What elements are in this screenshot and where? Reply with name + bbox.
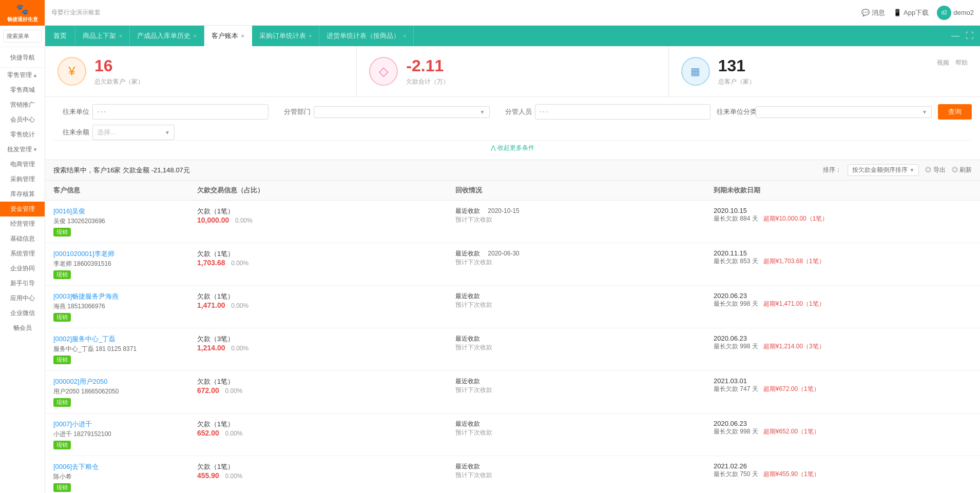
debt-amount-row: 1,471.00 0.00% [197, 301, 455, 309]
search-menu-button[interactable]: 搜索菜单 [3, 30, 42, 43]
sidebar-item-basic-info[interactable]: 基础信息 [0, 231, 45, 246]
tab-home[interactable]: 首页 [45, 26, 75, 46]
collapse-bar[interactable]: ⋀ 收起更多条件 [53, 140, 972, 155]
sidebar-item-ecommerce[interactable]: 电商管理 [0, 157, 45, 172]
customer-id-link[interactable]: [0006]去下粮仓 [53, 462, 197, 471]
results-summary: 搜索结果中，客户16家 欠款金额 -21,148.07元 [53, 166, 190, 175]
balance-select[interactable]: 选择... ▼ [92, 125, 175, 140]
debt-info-cell: 欠款（1笔） 455.90 0.00% [197, 462, 455, 480]
tab-customer-account[interactable]: 客户账本 × [204, 26, 252, 46]
sidebar-item-members[interactable]: 会员中心 [0, 112, 45, 127]
col-customer-info: 客户信息 [53, 186, 197, 195]
sidebar-item-wechat[interactable]: 企业微信 [0, 306, 45, 321]
debt-percent: 0.00% [225, 472, 242, 480]
sidebar-item-collab[interactable]: 企业协同 [0, 261, 45, 276]
unit-category-select[interactable]: ▼ [756, 106, 932, 118]
sidebar-item-finance[interactable]: 资金管理 [0, 202, 45, 216]
overdue-amount-link[interactable]: 超期¥10,000.00（1笔） [763, 215, 829, 222]
customer-info-cell: [0003]畅捷服务尹海燕 海燕 18513066976 现销 [53, 292, 197, 322]
customer-id-link[interactable]: [0016]吴俊 [53, 207, 197, 216]
customer-id-link[interactable]: [000002]用户2050 [53, 377, 197, 386]
minimize-button[interactable]: — [949, 30, 962, 42]
customer-tag: 现销 [53, 313, 71, 322]
summary-card-text: 16 总欠款客户（家） [94, 56, 144, 86]
customer-tag: 现销 [53, 441, 71, 449]
last-collect: 最近收款 [455, 377, 714, 386]
user-profile[interactable]: d2 demo2 [937, 6, 974, 20]
sidebar-item-guide[interactable]: 新手引导 [0, 276, 45, 291]
overdue-amount-link[interactable]: 超期¥652.00（1笔） [763, 428, 820, 435]
maximize-button[interactable]: ⛶ [964, 30, 976, 42]
close-icon[interactable]: × [194, 33, 197, 39]
debt-count: 欠款（3笔） [197, 334, 455, 344]
overdue-days: 最长欠款 998 天 超期¥652.00（1笔） [714, 427, 972, 436]
tab-purchase-stats-product[interactable]: 进货单统计表（按商品） × [319, 26, 414, 46]
customer-id-link[interactable]: [0002]服务中心_丁磊 [53, 334, 197, 344]
customer-tag: 现销 [53, 356, 71, 364]
sidebar-item-retail-mgmt[interactable]: 零售管理 ▲ [0, 68, 45, 83]
debt-amount: 1,703.68 [197, 259, 225, 267]
sidebar-item-member-plus[interactable]: 畅会员 [0, 321, 45, 336]
sidebar-item-wholesale-mgmt[interactable]: 批发管理 ▼ [0, 142, 45, 157]
sidebar-item-marketing[interactable]: 营销推广 [0, 97, 45, 112]
table-header: 客户信息 欠款交易信息（占比） 回收情况 到期未收款日期 [45, 181, 980, 201]
topbar-right: 💬 消息 📱 App下载 d2 demo2 [861, 6, 974, 20]
close-icon[interactable]: × [241, 33, 244, 39]
overdue-amount-link[interactable]: 超期¥455.90（1笔） [763, 470, 820, 478]
sidebar-item-quick-nav[interactable]: 快捷导航 [0, 50, 45, 65]
sidebar-item-purchase-mgmt[interactable]: 采购管理 [0, 172, 45, 187]
overdue-amount-link[interactable]: 超期¥672.00（1笔） [763, 385, 820, 392]
sort-select[interactable]: 按欠款金额倒序排序 ▼ [848, 164, 919, 176]
close-icon[interactable]: × [403, 33, 406, 39]
debt-amount-row: 10,000.00 0.00% [197, 216, 455, 224]
debt-info-cell: 欠款（1笔） 1,703.68 0.00% [197, 249, 455, 267]
overdue-amount-link[interactable]: 超期¥1,703.68（1笔） [763, 258, 825, 265]
help-button[interactable]: 帮助 [955, 58, 968, 67]
tabbar-actions: — ⛶ [949, 30, 980, 42]
debt-percent: 0.00% [235, 217, 253, 224]
app-logo[interactable]: 🐾 畅捷通好生意 [0, 0, 45, 26]
next-collect: 预计下次收款 [455, 215, 714, 224]
customer-id-link[interactable]: [0007]小进千 [53, 420, 197, 429]
logo-text: 畅捷通好生意 [7, 16, 38, 23]
filter-unit-category: 往来单位分类 ▼ [717, 106, 932, 118]
sidebar-item-inventory[interactable]: 库存核算 [0, 187, 45, 202]
due-date: 2021.03.01 [714, 377, 972, 385]
tab-label: 客户账本 [212, 31, 238, 41]
sidebar-item-retail-stats[interactable]: 零售统计 [0, 127, 45, 142]
last-collect-date: 2020-06-30 [482, 250, 519, 257]
overdue-amount-link[interactable]: 超期¥1,214.00（3笔） [763, 343, 825, 350]
source-unit-input[interactable]: ··· [92, 104, 268, 120]
due-date-cell: 2020.10.15 最长欠款 884 天 超期¥10,000.00（1笔） [714, 207, 972, 223]
table-rows-container: [0016]吴俊 吴俊 13026203696 现销 欠款（1笔） 10,000… [45, 201, 980, 493]
close-icon[interactable]: × [309, 33, 312, 39]
tab-purchase-order-stats[interactable]: 采购订单统计表 × [252, 26, 320, 46]
sidebar-item-retail-mall[interactable]: 零售商城 [0, 83, 45, 97]
search-button[interactable]: 查询 [938, 104, 972, 120]
refresh-button[interactable]: ◎ 刷新 [952, 166, 972, 174]
app-download-button[interactable]: 📱 App下载 [893, 8, 929, 17]
person-input[interactable]: ··· [535, 104, 711, 120]
debt-count: 欠款（1笔） [197, 420, 455, 429]
last-collect-label: 最近收款 [455, 250, 480, 257]
col-collection: 回收情况 [455, 186, 714, 195]
chevron-down-icon: ▼ [922, 109, 927, 115]
overdue-days: 最长欠款 750 天 超期¥455.90（1笔） [714, 470, 972, 479]
sidebar-item-system-mgmt[interactable]: 系统管理 [0, 246, 45, 261]
sidebar-item-business-mgmt[interactable]: 经营管理 [0, 216, 45, 231]
export-button[interactable]: ◎ 导出 [925, 166, 945, 174]
collection-info-cell: 最近收款 2020-06-30 预计下次收款 [455, 249, 714, 267]
last-collect-label: 最近收款 [455, 335, 480, 342]
close-icon[interactable]: × [119, 33, 122, 39]
message-button[interactable]: 💬 消息 [861, 8, 885, 17]
sidebar-item-app-center[interactable]: 应用中心 [0, 291, 45, 306]
collection-info-cell: 最近收款 预计下次收款 [455, 420, 714, 437]
customer-id-link[interactable]: [0001020001]李老师 [53, 249, 197, 259]
overdue-amount-link[interactable]: 超期¥1,471.00（1笔） [763, 300, 825, 307]
video-help-button[interactable]: 视频 [937, 58, 949, 67]
tab-product-listing[interactable]: 商品上下架 × [75, 26, 130, 46]
customer-phone: 吴俊 13026203696 [53, 217, 197, 226]
tab-finished-goods[interactable]: 产成品入库单历史 × [130, 26, 204, 46]
dept-select[interactable]: ▼ [314, 106, 490, 118]
customer-id-link[interactable]: [0003]畅捷服务尹海燕 [53, 292, 197, 301]
